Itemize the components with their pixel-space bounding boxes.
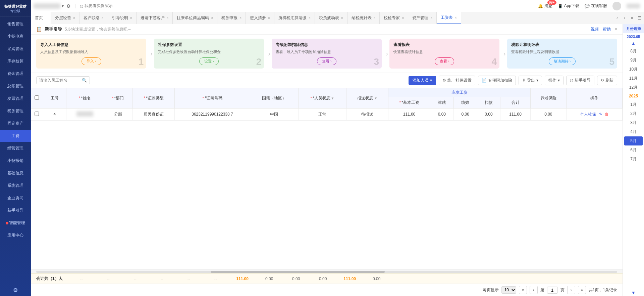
tab-invite[interactable]: 邀请下游客户 × bbox=[137, 12, 173, 24]
scrollbar-thumb[interactable] bbox=[211, 271, 385, 273]
tab-close-tax-filing[interactable]: × bbox=[239, 16, 241, 20]
last-page-button[interactable]: » bbox=[578, 286, 586, 294]
sidebar-item-ai[interactable]: 智能管理 bbox=[0, 217, 31, 229]
step-1-button[interactable]: 导入 › bbox=[82, 57, 101, 65]
step-5-button[interactable]: 敬请期待 › bbox=[549, 57, 576, 65]
search-field[interactable]: 🔍 bbox=[36, 76, 90, 84]
sidebar-item-guide[interactable]: 新手引导 bbox=[0, 204, 31, 217]
row-checkbox[interactable] bbox=[35, 112, 39, 116]
next-page-button[interactable]: › bbox=[567, 286, 575, 294]
step-2-button[interactable]: 设置 › bbox=[199, 57, 219, 65]
tab-close-asset-mgmt[interactable]: × bbox=[430, 16, 432, 20]
operation-button[interactable]: 操作 ▾ bbox=[545, 76, 564, 85]
current-page-input[interactable] bbox=[547, 287, 558, 294]
month-next-button[interactable]: ▼ bbox=[623, 289, 644, 296]
month-prev-button[interactable]: ▲ bbox=[623, 40, 644, 47]
tab-close-tax-expert[interactable]: × bbox=[402, 16, 404, 20]
tab-guide[interactable]: 引导说明 × bbox=[108, 12, 137, 24]
month-apr[interactable]: 4月 bbox=[623, 127, 644, 136]
tab-payroll[interactable]: 工资表 × bbox=[437, 12, 461, 24]
personal-insurance-link[interactable]: 个人社保 bbox=[580, 112, 596, 117]
tab-asset-mgmt[interactable]: 资产管理 × bbox=[408, 12, 437, 24]
search-input[interactable] bbox=[39, 78, 80, 83]
tabs-next-button[interactable]: › bbox=[621, 15, 628, 22]
app-download-button[interactable]: 📱 App下载 bbox=[558, 3, 579, 9]
tab-close-layered-ops[interactable]: × bbox=[73, 16, 75, 20]
social-insurance-settings-button[interactable]: ⚙ 统一社保设置 bbox=[439, 76, 475, 85]
sidebar-item-purchase[interactable]: 采购管理 bbox=[0, 43, 31, 55]
sidebar-item-operations[interactable]: 经营管理 bbox=[0, 142, 31, 155]
add-employee-button[interactable]: 添加人员 ▾ bbox=[409, 76, 436, 85]
prev-page-button[interactable]: ‹ bbox=[530, 286, 538, 294]
sidebar-item-expense[interactable]: 小畅报销 bbox=[0, 155, 31, 167]
status-filter-icon[interactable]: ▼ bbox=[331, 96, 334, 100]
step-4-button[interactable]: 查看 › bbox=[435, 57, 454, 65]
export-button[interactable]: ⬇ 导出 ▾ bbox=[519, 76, 542, 85]
sidebar-item-apps[interactable]: 应用中心 bbox=[0, 229, 31, 242]
sidebar-item-ledger[interactable]: 总账管理 bbox=[0, 80, 31, 92]
month-feb[interactable]: 2月 bbox=[623, 109, 644, 118]
tab-tax-stats[interactable]: 纳税统计表 × bbox=[347, 12, 380, 24]
tab-home[interactable]: 首页 bbox=[31, 12, 51, 24]
tab-close-tax-stats[interactable]: × bbox=[374, 16, 376, 20]
month-dec[interactable]: 12月 bbox=[623, 83, 644, 92]
tab-clearance[interactable]: 进入清册 × bbox=[246, 12, 274, 24]
tab-income-tax[interactable]: 所得税汇算清缴 × bbox=[274, 12, 315, 24]
sidebar-item-tax[interactable]: 税务管理 bbox=[0, 105, 31, 117]
sidebar-item-ecommerce[interactable]: 小畅电商 bbox=[0, 30, 31, 43]
settings-icon[interactable]: ⚙ bbox=[3, 287, 28, 293]
sidebar-item-collab[interactable]: 企业协同 bbox=[0, 192, 31, 204]
sidebar-item-inventory[interactable]: 库存核算 bbox=[0, 55, 31, 68]
td-checkbox[interactable] bbox=[31, 108, 43, 120]
report-filter-icon[interactable]: ▼ bbox=[374, 96, 377, 100]
per-page-select[interactable]: 10 20 50 bbox=[501, 286, 516, 294]
tabs-menu-button[interactable]: ☰ bbox=[636, 15, 643, 22]
tabs-close-all-button[interactable]: × bbox=[629, 15, 635, 22]
month-mar[interactable]: 3月 bbox=[623, 118, 644, 127]
tab-close-income-tax[interactable]: × bbox=[309, 16, 311, 20]
th-select-all[interactable] bbox=[31, 88, 43, 109]
company-selector[interactable]: ▾ bbox=[34, 3, 64, 9]
month-jun[interactable]: 6月 bbox=[623, 145, 644, 155]
guide-close-button[interactable]: × bbox=[615, 27, 617, 32]
guide-video-link[interactable]: 视频 bbox=[591, 27, 599, 32]
online-service-button[interactable]: 💬 在线客服 bbox=[585, 3, 607, 9]
tab-tax-burden[interactable]: 税负波动表 × bbox=[315, 12, 347, 24]
month-jul[interactable]: 7月 bbox=[623, 155, 644, 164]
tab-close-clearance[interactable]: × bbox=[268, 16, 270, 20]
sidebar-item-system[interactable]: 系统管理 bbox=[0, 179, 31, 192]
sidebar-item-sales[interactable]: 销售管理 bbox=[0, 18, 31, 30]
tab-close-guide[interactable]: × bbox=[130, 16, 132, 20]
tab-close-payroll[interactable]: × bbox=[455, 16, 457, 19]
sidebar-item-invoice[interactable]: 发票管理 bbox=[0, 92, 31, 105]
first-page-button[interactable]: « bbox=[519, 286, 527, 294]
guide-help-link[interactable]: 帮助 bbox=[603, 27, 611, 32]
action-edit-icon[interactable]: ✎ bbox=[599, 112, 602, 117]
sidebar-item-payroll[interactable]: 工资 bbox=[0, 130, 31, 142]
new-guide-button[interactable]: ◎ 新手引导 bbox=[566, 76, 594, 85]
select-all-checkbox[interactable] bbox=[35, 95, 39, 100]
tab-customer[interactable]: 客户联络 × bbox=[79, 12, 108, 24]
month-jan[interactable]: 1月 bbox=[623, 100, 644, 109]
month-sep[interactable]: 9月 bbox=[623, 56, 644, 65]
tab-layered-ops[interactable]: 分层经营 × bbox=[51, 12, 79, 24]
tab-product-code[interactable]: 往来单位商品编码 × bbox=[173, 12, 217, 24]
demo-link[interactable]: ◎ 我要看实例演示 bbox=[80, 3, 113, 9]
special-deduction-button[interactable]: 📄 专项附加扣除 bbox=[478, 76, 516, 85]
tab-tax-expert[interactable]: 税检专家 × bbox=[380, 12, 408, 24]
user-avatar[interactable] bbox=[612, 2, 621, 10]
tab-close-product-code[interactable]: × bbox=[211, 16, 213, 20]
tabs-prev-button[interactable]: ‹ bbox=[614, 15, 621, 22]
month-nov[interactable]: 11月 bbox=[623, 74, 644, 83]
refresh-button[interactable]: ↻ 刷新 bbox=[597, 76, 617, 85]
month-oct[interactable]: 10月 bbox=[623, 65, 644, 74]
month-aug[interactable]: 8月 bbox=[623, 47, 644, 56]
step-3-button[interactable]: 查看 › bbox=[317, 57, 337, 65]
tab-close-tax-burden[interactable]: × bbox=[341, 16, 343, 20]
month-may[interactable]: 5月 bbox=[624, 136, 643, 145]
topbar-settings-icon[interactable]: ⚙ bbox=[66, 3, 71, 9]
sidebar-item-basic[interactable]: 基础信息 bbox=[0, 167, 31, 179]
horizontal-scrollbar[interactable] bbox=[31, 269, 623, 273]
username[interactable] bbox=[627, 4, 640, 8]
sidebar-item-finance[interactable]: 资金管理 bbox=[0, 68, 31, 80]
